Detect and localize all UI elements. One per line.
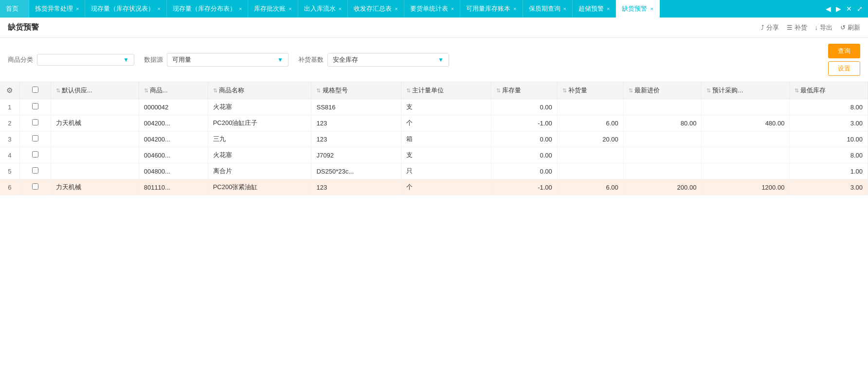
nav-expand[interactable]: ⤢ (854, 5, 865, 13)
row-checkbox-6[interactable] (19, 179, 51, 195)
product-name-cell-1: 火花塞 (208, 99, 311, 115)
close-tab-8[interactable]: × (513, 6, 516, 12)
tab-1[interactable]: 拣货异常处理 × (29, 0, 85, 18)
share-label: 分享 (766, 23, 779, 32)
min-stock-cell-2: 3.00 (790, 115, 868, 131)
page-container: 缺货预警 ⤴ 分享 ☰ 补货 ↓ 导出 ↺ 刷新 商品分类 (0, 18, 868, 387)
row-select-checkbox-1[interactable] (32, 103, 38, 109)
replenish-label: 补货 (795, 23, 807, 32)
tab-11[interactable]: 缺货预警 × (616, 0, 659, 18)
replenish-cell-6: 6.00 (557, 179, 623, 195)
estimated-purchase-cell-5 (702, 163, 790, 179)
tab-4-label: 库存批次账 (254, 4, 286, 13)
query-button[interactable]: 查询 (828, 44, 860, 58)
tab-9[interactable]: 保质期查询 × (523, 0, 573, 18)
replenish-icon: ☰ (787, 24, 793, 31)
latest-price-cell-2: 80.00 (623, 115, 702, 131)
table-header-row: ⚙ 默认供应... 商品... 商品名称 规格型号 主计量单位 库存量 补货量 … (0, 82, 868, 99)
datasource-label: 数据源 (144, 55, 163, 64)
unit-column-header[interactable]: 主计量单位 (401, 82, 491, 99)
estimated-purchase-column-header[interactable]: 预计采购... (702, 82, 790, 99)
min-stock-cell-3: 10.00 (790, 131, 868, 147)
estimated-purchase-cell-6: 1200.00 (702, 179, 790, 195)
estimated-purchase-cell-1 (702, 99, 790, 115)
close-tab-7[interactable]: × (451, 6, 454, 12)
tab-10[interactable]: 超储预警 × (573, 0, 616, 18)
settings-button[interactable]: 设置 (828, 61, 860, 76)
tab-3-label: 现存量（库存分布表） (173, 4, 236, 13)
row-select-checkbox-3[interactable] (32, 135, 38, 141)
stock-column-header[interactable]: 库存量 (491, 82, 557, 99)
category-label: 商品分类 (8, 55, 33, 64)
spec-column-header[interactable]: 规格型号 (311, 82, 401, 99)
nav-tabs: 首页 拣货异常处理 × 现存量（库存状况表） × 现存量（库存分布表） × 库存… (0, 0, 868, 18)
filter-actions: 查询 设置 (828, 44, 860, 76)
latest-price-column-header[interactable]: 最新进价 (623, 82, 702, 99)
close-tab-6[interactable]: × (395, 6, 398, 12)
close-tab-1[interactable]: × (76, 6, 79, 12)
min-stock-column-header[interactable]: 最低库存 (790, 82, 868, 99)
checkbox-column-header[interactable] (19, 82, 51, 99)
datasource-select[interactable]: 可用量 ▼ (167, 53, 289, 67)
tab-6[interactable]: 收发存汇总表 × (348, 0, 404, 18)
category-chevron-icon: ▼ (123, 56, 129, 63)
row-select-checkbox-6[interactable] (32, 183, 38, 190)
nav-close[interactable]: ✕ (844, 5, 854, 13)
row-checkbox-3[interactable] (19, 131, 51, 147)
share-icon: ⤴ (761, 24, 764, 31)
close-tab-10[interactable]: × (607, 6, 610, 12)
refresh-button[interactable]: ↺ 刷新 (840, 23, 860, 32)
replenish-button[interactable]: ☰ 补货 (787, 23, 807, 32)
row-checkbox-4[interactable] (19, 147, 51, 163)
replenish-column-header[interactable]: 补货量 (557, 82, 623, 99)
product-code-cell-1: 0000042 (139, 99, 208, 115)
supplier-column-header[interactable]: 默认供应... (51, 82, 139, 99)
product-code-cell-6: 801110... (139, 179, 208, 195)
close-tab-11[interactable]: × (650, 6, 653, 12)
row-checkbox-2[interactable] (19, 115, 51, 131)
refresh-label: 刷新 (848, 23, 860, 32)
row-select-checkbox-2[interactable] (32, 119, 38, 125)
tab-home[interactable]: 首页 (0, 0, 29, 18)
tab-6-label: 收发存汇总表 (354, 4, 392, 13)
close-tab-9[interactable]: × (563, 6, 566, 12)
tab-3[interactable]: 现存量（库存分布表） × (167, 0, 248, 18)
product-name-cell-4: 火花塞 (208, 147, 311, 163)
nav-next[interactable]: ▶ (833, 5, 844, 13)
product-code-cell-5: 004800... (139, 163, 208, 179)
replenish-base-select[interactable]: 安全库存 ▼ (327, 53, 449, 67)
stock-cell-2: -1.00 (491, 115, 557, 131)
tab-1-label: 拣货异常处理 (35, 4, 73, 13)
table-row: 4 004600... 火花塞 J7092 支 0.00 8.00 (0, 147, 868, 163)
nav-prev[interactable]: ◀ (823, 5, 833, 13)
replenish-cell-2: 6.00 (557, 115, 623, 131)
supplier-cell-4 (51, 147, 139, 163)
category-select[interactable]: ▼ (37, 54, 134, 66)
row-select-checkbox-4[interactable] (32, 151, 38, 158)
tab-7[interactable]: 要货单统计表 × (404, 0, 460, 18)
product-name-column-header[interactable]: 商品名称 (208, 82, 311, 99)
close-tab-2[interactable]: × (157, 6, 160, 12)
spec-cell-2: 123 (311, 115, 401, 131)
supplier-cell-5 (51, 163, 139, 179)
share-button[interactable]: ⤴ 分享 (761, 23, 779, 32)
close-tab-4[interactable]: × (289, 6, 291, 12)
select-all-checkbox[interactable] (32, 87, 38, 93)
close-tab-3[interactable]: × (239, 6, 242, 12)
min-stock-cell-1: 8.00 (790, 99, 868, 115)
product-code-column-header[interactable]: 商品... (139, 82, 208, 99)
stock-cell-3: 0.00 (491, 131, 557, 147)
latest-price-cell-5 (623, 163, 702, 179)
tab-5[interactable]: 出入库流水 × (298, 0, 348, 18)
spec-cell-3: 123 (311, 131, 401, 147)
gear-column-header[interactable]: ⚙ (0, 82, 19, 99)
row-checkbox-1[interactable] (19, 99, 51, 115)
close-tab-5[interactable]: × (339, 6, 342, 12)
export-button[interactable]: ↓ 导出 (815, 23, 833, 32)
row-checkbox-5[interactable] (19, 163, 51, 179)
tab-8[interactable]: 可用量库存账本 × (460, 0, 523, 18)
product-code-cell-2: 004200... (139, 115, 208, 131)
tab-4[interactable]: 库存批次账 × (248, 0, 298, 18)
tab-2[interactable]: 现存量（库存状况表） × (85, 0, 166, 18)
row-select-checkbox-5[interactable] (32, 167, 38, 174)
